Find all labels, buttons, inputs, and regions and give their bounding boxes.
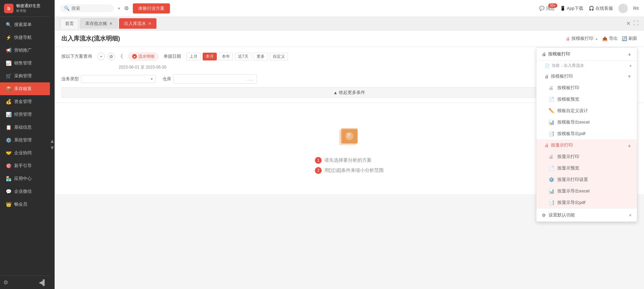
sidebar-label-marketing: 营销推广 bbox=[14, 47, 32, 53]
business-type-field: 业务类型 ▾ bbox=[61, 75, 156, 83]
dropdown-sections: 🖨按模板打印▼🖨按模板打印📄按模板预览✏️模板自定义设计📊按模板导出excel📑… bbox=[536, 71, 637, 208]
section-header-template-print[interactable]: 🖨按模板打印▼ bbox=[536, 71, 637, 82]
search-chevron-icon[interactable]: ▾ bbox=[118, 6, 120, 11]
sidebar-label-sales: 销售管理 bbox=[14, 60, 32, 66]
sidebar-item-vip[interactable]: 👑畅会员 bbox=[0, 198, 50, 211]
sidebar-item-operation[interactable]: 📊经营管理 bbox=[0, 108, 50, 121]
sidebar-item-marketing[interactable]: 📢营销推广 bbox=[0, 44, 50, 57]
filter-setting-button[interactable]: ⚙ bbox=[108, 53, 115, 60]
date-btn-本月[interactable]: 本月 bbox=[203, 53, 217, 60]
sidebar-label-vip: 畅会员 bbox=[14, 201, 27, 207]
warehouse-select[interactable]: ... bbox=[173, 74, 257, 84]
dropdown-item-template-pdf[interactable]: 📑按模板导出pdf bbox=[536, 128, 637, 139]
item-icon-display-pdf: 📑 bbox=[549, 200, 555, 205]
username-label[interactable]: Rit bbox=[633, 6, 639, 11]
phone-icon: 📱 bbox=[560, 6, 565, 11]
filter-actions: + ⚙ 《 bbox=[97, 53, 123, 60]
filter-add-button[interactable]: + bbox=[97, 53, 105, 60]
tab-batch[interactable]: 库存批次账✕ bbox=[80, 18, 118, 29]
sidebar-item-finance[interactable]: 💰资金管理 bbox=[0, 95, 50, 108]
shortcut-icon: ⚡ bbox=[5, 34, 11, 41]
message-button[interactable]: 💬 消息 99+ bbox=[539, 5, 555, 11]
tab-close-flow[interactable]: ✕ bbox=[148, 21, 151, 26]
business-type-select[interactable]: ▾ bbox=[81, 75, 156, 83]
sidebar-item-wechat[interactable]: 💬企业微信 bbox=[0, 185, 50, 198]
step-1-text: 请先选择要分析的方案 bbox=[324, 157, 372, 163]
main-area: 🔍 ▾ ⚙ 体验行业方案 💬 消息 99+ 📱 App下载 🎧 在线客服 Rit bbox=[55, 0, 644, 289]
dropdown-item-display-excel[interactable]: 📊按显示导出excel bbox=[536, 185, 637, 197]
sidebar-item-inventory[interactable]: 📦库存核算 bbox=[0, 82, 50, 95]
sidebar-item-appstore[interactable]: 🏪应用中心 bbox=[0, 172, 50, 185]
date-btn-上月[interactable]: 上月 bbox=[186, 53, 201, 60]
dropdown-item-display-preview[interactable]: 📄按显示预览 bbox=[536, 162, 637, 174]
date-btn-更多[interactable]: 更多 bbox=[254, 53, 268, 60]
sidebar-item-sales[interactable]: 📈销售管理 bbox=[0, 57, 50, 70]
dropdown-item-template-preview[interactable]: 📄按模板预览 bbox=[536, 94, 637, 105]
dropdown-item-template-excel[interactable]: 📊按模板导出excel bbox=[536, 116, 637, 128]
sidebar-label-purchase: 采购管理 bbox=[14, 73, 32, 79]
date-btn-自定义[interactable]: 自定义 bbox=[270, 53, 288, 60]
svg-text:?: ? bbox=[347, 133, 350, 139]
sidebar-label-inventory: 库存核算 bbox=[14, 86, 32, 92]
item-icon-template-preview: 📄 bbox=[549, 97, 555, 102]
wechat-icon: 💬 bbox=[5, 188, 11, 194]
refresh-button[interactable]: 🔄 刷新 bbox=[622, 35, 637, 42]
sidebar-item-system[interactable]: ⚙️系统管理 bbox=[0, 134, 50, 147]
date-btn-本年[interactable]: 本年 bbox=[219, 53, 233, 60]
item-icon-template-print-item: 🖨 bbox=[549, 85, 555, 90]
search-input[interactable] bbox=[71, 6, 110, 11]
tab-home[interactable]: 首页 bbox=[60, 18, 79, 29]
warehouse-field: 仓库 ... bbox=[163, 74, 257, 84]
topbar-gear-icon[interactable]: ⚙ bbox=[124, 5, 129, 11]
app-download-button[interactable]: 📱 App下载 bbox=[560, 5, 583, 11]
collapse-sidebar-icon[interactable]: ◀▌ bbox=[39, 279, 47, 286]
avatar[interactable] bbox=[618, 4, 628, 13]
dropdown-item-template-print-item[interactable]: 🖨按模板打印 bbox=[536, 82, 637, 94]
current-arrow-icon: ▾ bbox=[630, 63, 632, 68]
page-header: 出入库流水(流水明细) 🖨 按模板打印 ▲ 📤 导出 🔄 刷新 bbox=[55, 30, 644, 47]
business-type-arrow-icon: ▾ bbox=[151, 77, 153, 81]
section-display-print: 🖨按显示打印▲🖨按显示打印📄按显示预览⚙️按显示打印设置📊按显示导出excel📑… bbox=[536, 139, 637, 208]
page-content: 出入库流水(流水明细) 🖨 按模板打印 ▲ 📤 导出 🔄 刷新 bbox=[55, 30, 644, 289]
date-btn-近7天[interactable]: 近7天 bbox=[235, 53, 252, 60]
tab-label-flow: 出入库流水 bbox=[124, 21, 146, 27]
sidebar-bottom: ⚙ ◀▌ bbox=[0, 275, 50, 289]
dropdown-item-template-custom[interactable]: ✏️模板自定义设计 bbox=[536, 105, 637, 116]
filter-collapse-button[interactable]: 《 bbox=[118, 53, 123, 60]
sidebar-item-guide[interactable]: 🎯新手引导 bbox=[0, 159, 50, 172]
tab-flow[interactable]: 出入库流水✕ bbox=[119, 18, 156, 29]
filter-tag-icon: ● bbox=[132, 54, 137, 59]
warehouse-more-icon[interactable]: ... bbox=[247, 76, 254, 82]
step-1-number: 1 bbox=[315, 157, 322, 164]
print-template-button[interactable]: 🖨 按模板打印 ▲ bbox=[566, 35, 598, 42]
export-button[interactable]: 📤 导出 bbox=[602, 35, 618, 42]
online-service-button[interactable]: 🎧 在线客服 bbox=[589, 5, 613, 11]
dropdown-footer[interactable]: ⚙ 设置默认功能 ▾ bbox=[536, 208, 637, 221]
vip-icon: 👑 bbox=[5, 201, 11, 207]
close-all-tabs-icon[interactable]: ✕ bbox=[626, 20, 631, 27]
business-type-label: 业务类型 bbox=[61, 76, 79, 82]
item-icon-display-print-settings: ⚙️ bbox=[549, 177, 555, 182]
dropdown-item-display-print-settings[interactable]: ⚙️按显示打印设置 bbox=[536, 174, 637, 185]
refresh-icon: 🔄 bbox=[622, 36, 627, 41]
footer-arrow-icon: ▾ bbox=[629, 213, 632, 218]
search-box[interactable]: 🔍 bbox=[60, 4, 114, 12]
dropdown-item-display-print-item[interactable]: 🖨按显示打印 bbox=[536, 151, 637, 162]
sidebar-item-basic[interactable]: 📋基础信息 bbox=[0, 121, 50, 134]
sidebar-item-shortcut[interactable]: ⚡快捷导航 bbox=[0, 31, 50, 44]
dropdown-collapse-icon[interactable]: ▲ bbox=[627, 52, 632, 56]
sidebar-item-cooperation[interactable]: 🤝企业协同 bbox=[0, 147, 50, 159]
maximize-icon[interactable]: ⛶ bbox=[633, 20, 639, 27]
tab-close-batch[interactable]: ✕ bbox=[109, 21, 113, 26]
section-header-display-print[interactable]: 🖨按显示打印▲ bbox=[536, 139, 637, 151]
message-icon: 💬 bbox=[539, 6, 545, 11]
finance-icon: 💰 bbox=[5, 99, 11, 105]
sidebar-item-purchase[interactable]: 🛒采购管理 bbox=[0, 70, 50, 82]
sidebar-label-cooperation: 企业协同 bbox=[14, 150, 32, 156]
tabs-bar: 首页库存批次账✕出入库流水✕ ✕ ⛶ bbox=[55, 17, 644, 30]
settings-icon[interactable]: ⚙ bbox=[3, 279, 8, 286]
trial-button[interactable]: 体验行业方案 bbox=[133, 3, 170, 14]
dropdown-item-display-pdf[interactable]: 📑按显示导出pdf bbox=[536, 197, 637, 208]
sidebar-item-search[interactable]: 🔍搜索菜单 bbox=[0, 18, 50, 31]
appstore-icon: 🏪 bbox=[5, 176, 11, 182]
